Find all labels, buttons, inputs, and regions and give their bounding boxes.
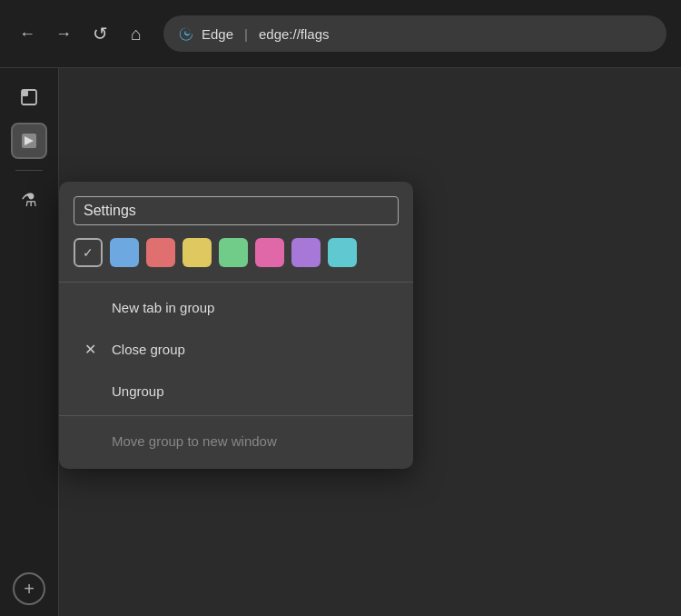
sidebar-icon-tab-list[interactable] [11,79,47,115]
group-name-input[interactable] [74,196,399,225]
browser-title: Edge [202,26,233,42]
forward-button[interactable]: → [51,21,76,46]
svg-rect-1 [22,90,28,96]
color-swatch-purple[interactable] [291,238,321,267]
menu-item-new-tab-in-group[interactable]: New tab in group [59,286,413,328]
color-swatch-green[interactable] [219,238,248,267]
color-swatch-cyan[interactable] [328,238,357,267]
address-bar[interactable]: Edge | edge://flags [163,15,666,52]
address-url: edge://flags [259,26,330,42]
new-tab-icon [81,298,99,316]
edge-logo-icon [178,25,194,42]
color-none-check[interactable]: ✓ [74,238,103,267]
color-swatch-pink[interactable] [255,238,284,267]
sidebar-divider [15,170,43,171]
sidebar-icon-selected-tab[interactable] [11,123,47,159]
move-group-icon [81,432,99,450]
color-picker-row: ✓ [59,238,413,267]
tab-group-context-menu: ✓ New tab in group ✕ Close group Ungroup… [59,182,413,469]
close-icon: ✕ [81,340,99,358]
menu-item-move-group[interactable]: Move group to new window [59,420,413,462]
menu-divider-2 [59,415,413,416]
group-name-input-wrap [74,196,399,225]
browser-toolbar: ← → ↺ ⌂ Edge | edge://flags [0,0,681,68]
address-divider: | [244,26,248,42]
ungroup-icon [81,382,99,400]
sidebar-add-button[interactable]: + [13,572,45,605]
menu-item-ungroup-label: Ungroup [112,383,164,399]
plus-icon: + [24,580,35,598]
back-button[interactable]: ← [15,21,40,46]
color-swatch-red[interactable] [146,238,175,267]
color-swatch-blue[interactable] [110,238,139,267]
menu-item-close-group-label: Close group [112,342,185,357]
menu-item-close-group[interactable]: ✕ Close group [59,328,413,370]
menu-item-move-group-label: Move group to new window [112,433,277,449]
menu-item-ungroup[interactable]: Ungroup [59,370,413,412]
sidebar-icon-labs[interactable]: ⚗ [11,182,47,218]
menu-divider-1 [59,282,413,283]
home-button[interactable]: ⌂ [123,21,149,46]
menu-item-new-tab-label: New tab in group [112,300,214,315]
checkmark-icon: ✓ [83,245,94,260]
color-swatch-yellow[interactable] [183,238,212,267]
nav-buttons: ← → ↺ ⌂ [15,21,149,46]
reload-button[interactable]: ↺ [87,21,113,46]
sidebar: ⚗ + [0,68,59,616]
